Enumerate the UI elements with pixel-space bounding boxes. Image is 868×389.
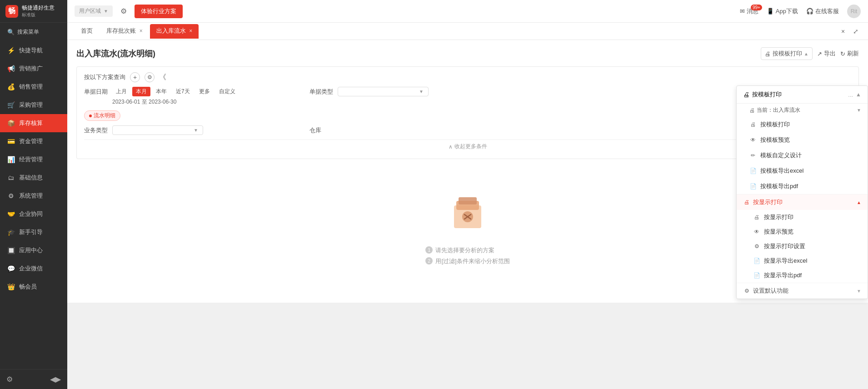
quick-nav-icon: ⚡ <box>6 46 15 55</box>
dropdown-sub-display-settings[interactable]: ⚙ 按显示打印设置 <box>737 239 868 254</box>
sidebar-item-system[interactable]: ⚙ 系统管理 <box>0 187 67 205</box>
display-print-section-header[interactable]: 🖨 按显示打印 ▲ <box>737 194 868 210</box>
sales-icon: 💰 <box>6 82 15 91</box>
message-badge: 99+ <box>751 5 762 10</box>
sidebar-item-app-center[interactable]: 🔲 应用中心 <box>0 241 67 259</box>
export-icon: ↗ <box>817 50 822 57</box>
sidebar-item-sales[interactable]: 💰 销售管理 <box>0 78 67 96</box>
sidebar-item-operations[interactable]: 📊 经营管理 <box>0 150 67 169</box>
topbar-settings-button[interactable]: ⚙ <box>117 5 130 18</box>
user-avatar[interactable]: Rit <box>847 5 861 18</box>
sidebar-label-guide: 新手引导 <box>19 228 43 236</box>
tab-inventory-batch-close[interactable]: × <box>140 28 143 34</box>
sidebar-label-system: 系统管理 <box>19 192 43 200</box>
tab-inventory-batch[interactable]: 库存批次账 × <box>100 24 149 39</box>
footer-collapse-icon[interactable]: ◀▶ <box>50 375 61 384</box>
dropdown-sub-display-print[interactable]: 🖨 按显示打印 <box>737 210 868 224</box>
footer-settings-icon[interactable]: ⚙ <box>6 375 13 384</box>
filter-add-button[interactable]: + <box>130 72 140 82</box>
system-icon: ⚙ <box>6 191 15 200</box>
dropdown-sub-display-excel[interactable]: 📄 按显示导出excel <box>737 254 868 268</box>
dropdown-item-template-print[interactable]: 🖨 按模板打印 <box>737 117 868 132</box>
dropdown-sub-display-preview[interactable]: 👁 按显示预览 <box>737 224 868 239</box>
filter-tag-flow[interactable]: 流水明细 <box>84 110 120 121</box>
display-print-section-label: 按显示打印 <box>753 198 783 206</box>
dropdown-more-btn[interactable]: ... <box>848 91 853 98</box>
template-excel-icon: 📄 <box>749 167 757 175</box>
dropdown-up-arrow[interactable]: ▲ <box>856 91 861 98</box>
filter-settings-button[interactable]: ⚙ <box>145 72 155 82</box>
wechat-icon: 💬 <box>6 264 15 273</box>
refresh-label: 刷新 <box>847 50 859 58</box>
sidebar-item-marketing[interactable]: 📢 营销推广 <box>0 60 67 78</box>
sidebar-label-basics: 基础信息 <box>19 174 43 182</box>
topbar-left: 用户区域 ▼ ⚙ 体验行业方案 <box>75 5 183 18</box>
collapse-icon: ∧ <box>449 144 453 150</box>
sidebar-item-wechat[interactable]: 💬 企业微信 <box>0 259 67 278</box>
tip-text-1: 请先选择要分析的方案 <box>435 246 494 254</box>
type-select[interactable]: ▼ <box>338 87 429 96</box>
sidebar-item-enterprise[interactable]: 🤝 企业协同 <box>0 205 67 223</box>
sidebar-item-purchase[interactable]: 🛒 采购管理 <box>0 96 67 114</box>
sidebar-item-member[interactable]: 👑 畅会员 <box>0 278 67 296</box>
sidebar-item-quick-nav[interactable]: ⚡ 快捷导航 <box>0 41 67 60</box>
default-settings-label: 设置默认功能 <box>753 287 788 295</box>
tabs-list: 首页 库存批次账 × 出入库流水 × <box>75 24 199 39</box>
current-template-label: 🖨 当前：出入库流水 ▼ <box>737 104 868 117</box>
online-service-button[interactable]: 🎧 在线客服 <box>806 7 839 15</box>
message-button[interactable]: ✉ 消息 99+ <box>740 7 758 15</box>
sidebar-label-marketing: 营销推广 <box>19 65 43 73</box>
dropdown-sub-display-pdf[interactable]: 📄 按显示导出pdf <box>737 268 868 283</box>
sidebar-item-inventory[interactable]: 📦 库存核算 <box>0 114 67 132</box>
template-design-label: 模板自定义设计 <box>760 151 802 160</box>
dropdown-item-template-excel[interactable]: 📄 按模板导出excel <box>737 163 868 179</box>
sidebar-item-basics[interactable]: 🗂 基础信息 <box>0 169 67 187</box>
tip-num-1: 1 <box>425 246 433 254</box>
filter-collapse-button[interactable]: 《 <box>159 73 166 82</box>
tab-inventory-batch-label: 库存批次账 <box>106 27 136 34</box>
app-download-button[interactable]: 📱 App下载 <box>767 7 798 15</box>
tab-stock-flow-close[interactable]: × <box>189 28 192 34</box>
biz-select[interactable]: ▼ <box>112 125 203 135</box>
close-tab-button[interactable]: × <box>838 26 848 36</box>
tab-home[interactable]: 首页 <box>75 24 99 39</box>
display-print-section-icon: 🖨 <box>743 199 750 206</box>
dropdown-footer-default[interactable]: ⚙ 设置默认功能 ▼ <box>737 283 868 299</box>
print-template-label: 按模板打印 <box>773 50 802 58</box>
date-tab-this-month[interactable]: 本月 <box>132 87 150 96</box>
refresh-button[interactable]: ↻ 刷新 <box>840 50 859 58</box>
dropdown-item-template-design[interactable]: ✏ 模板自定义设计 <box>737 148 868 163</box>
dropdown-item-template-preview[interactable]: 👁 按模板预览 <box>737 132 868 148</box>
sidebar-item-finance[interactable]: 💳 资金管理 <box>0 132 67 150</box>
biz-label: 业务类型 <box>84 126 108 135</box>
tabs-bar: 首页 库存批次账 × 出入库流水 × × ⤢ <box>67 23 868 40</box>
date-tab-this-year[interactable]: 本年 <box>152 87 170 96</box>
date-tab-7days[interactable]: 近7天 <box>172 87 194 96</box>
trial-industry-button[interactable]: 体验行业方案 <box>135 5 183 18</box>
svg-rect-2 <box>459 197 477 204</box>
tab-stock-flow[interactable]: 出入库流水 × <box>150 24 199 39</box>
filter-row-top: 按以下方案查询 + ⚙ 《 <box>84 72 851 82</box>
sidebar-search-area[interactable]: 🔍 搜索菜单 <box>0 23 67 41</box>
user-name-text: 用户区域 <box>79 7 101 15</box>
tab-home-label: 首页 <box>81 27 93 34</box>
page-header: 出入库流水(流水明细) 🖨 按模板打印 ▲ ↗ 导出 ↻ 刷新 <box>76 47 859 60</box>
date-tab-custom[interactable]: 自定义 <box>215 87 239 96</box>
avatar-placeholder: Rit <box>851 8 858 15</box>
dropdown-item-template-pdf[interactable]: 📄 按模板导出pdf <box>737 179 868 194</box>
print-icon: 🖨 <box>765 50 771 57</box>
date-tab-last-month[interactable]: 上月 <box>112 87 130 96</box>
user-selector[interactable]: 用户区域 ▼ <box>75 5 113 17</box>
date-tab-more[interactable]: 更多 <box>195 87 214 96</box>
export-button[interactable]: ↗ 导出 <box>817 50 836 58</box>
empty-tips: 1 请先选择要分析的方案 2 用[过滤]条件来缩小分析范围 <box>425 246 509 268</box>
search-menu-label: 搜索菜单 <box>17 28 39 36</box>
search-menu-button[interactable]: 🔍 搜索菜单 <box>5 26 63 38</box>
sidebar-item-guide[interactable]: 🎓 新手引导 <box>0 223 67 241</box>
sidebar-label-quick-nav: 快捷导航 <box>19 46 43 55</box>
display-preview-icon: 👁 <box>753 228 760 235</box>
expand-tab-button[interactable]: ⤢ <box>851 26 861 36</box>
dropdown-group2: 🖨 按显示打印 👁 按显示预览 ⚙ 按显示打印设置 📄 按显示导出excel <box>737 210 868 283</box>
print-template-button[interactable]: 🖨 按模板打印 ▲ <box>761 47 813 60</box>
display-settings-label: 按显示打印设置 <box>764 242 805 250</box>
